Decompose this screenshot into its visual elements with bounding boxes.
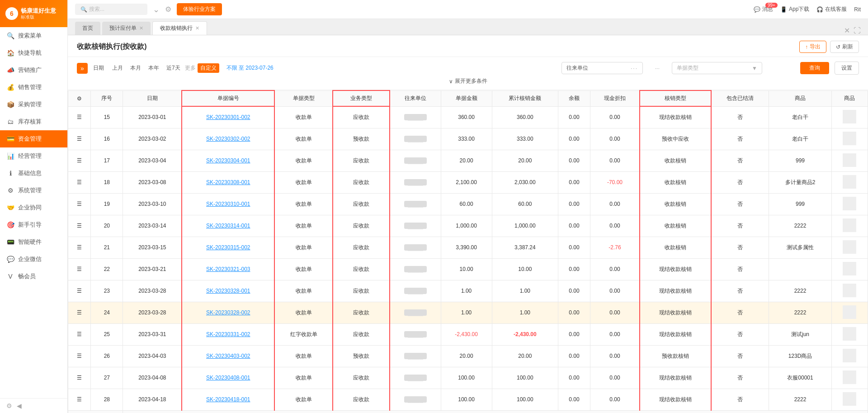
- row-settings[interactable]: ☰: [68, 389, 91, 410]
- col-include-settled-header[interactable]: 包含已结清: [711, 90, 769, 106]
- sidebar-item-business[interactable]: 📊经营管理: [0, 147, 67, 165]
- col-balance-header[interactable]: 余额: [558, 90, 590, 106]
- row-settings[interactable]: ☰: [68, 171, 91, 193]
- close-receipt-icon[interactable]: ✕: [195, 25, 199, 31]
- row-voucher-no[interactable]: SK-20230408-001: [182, 367, 274, 389]
- row-settings[interactable]: ☰: [68, 345, 91, 367]
- col-verify-type-header[interactable]: 核销类型: [640, 90, 711, 106]
- close-window-icon[interactable]: ✕: [844, 26, 850, 35]
- row-voucher-no[interactable]: SK-20230301-002: [182, 106, 274, 128]
- col-cash-discount-header[interactable]: 现金折扣: [590, 90, 639, 106]
- sidebar-item-basic[interactable]: ℹ基础信息: [0, 165, 67, 182]
- sidebar-item-marketing[interactable]: 📣营销推广: [0, 62, 67, 79]
- sidebar-item-guide[interactable]: 🎯新手引导: [0, 216, 67, 233]
- voucher-link[interactable]: SK-20230315-002: [206, 244, 250, 251]
- row-voucher-no[interactable]: SK-20230403-002: [182, 345, 274, 367]
- last-7days-btn[interactable]: 近7天: [164, 63, 183, 73]
- row-settings[interactable]: ☰: [68, 280, 91, 302]
- row-settings[interactable]: ☰: [68, 128, 91, 150]
- row-settings[interactable]: ☰: [68, 302, 91, 323]
- sidebar-item-purchase[interactable]: 📦采购管理: [0, 96, 67, 113]
- online-service-item[interactable]: 🎧 在线客服: [816, 5, 847, 13]
- topbar-search[interactable]: 🔍 搜索...: [75, 4, 147, 15]
- row-voucher-no[interactable]: SK-20230321-003: [182, 258, 274, 280]
- row-settings[interactable]: ☰: [68, 106, 91, 128]
- col-partner-header[interactable]: 往来单位: [390, 90, 441, 106]
- voucher-link[interactable]: SK-20230418-001: [206, 396, 250, 403]
- row-voucher-no[interactable]: SK-20230304-001: [182, 150, 274, 171]
- row-settings[interactable]: ☰: [68, 367, 91, 389]
- row-settings[interactable]: ☰: [68, 258, 91, 280]
- row-voucher-no[interactable]: SK-20230315-002: [182, 237, 274, 258]
- row-settings[interactable]: ☰: [68, 150, 91, 171]
- expand-filter[interactable]: ∨ 展开更多条件: [77, 77, 859, 85]
- sidebar-item-hardware[interactable]: 📟智能硬件: [0, 233, 67, 251]
- row-settings[interactable]: ☰: [68, 193, 91, 215]
- voucher-link[interactable]: SK-20230302-002: [206, 136, 250, 142]
- sidebar-item-corp[interactable]: 🤝企业协同: [0, 199, 67, 216]
- row-settings[interactable]: ☰: [68, 215, 91, 237]
- voucher-link[interactable]: SK-20230331-002: [206, 331, 250, 337]
- row-voucher-no[interactable]: SK-20230328-002: [182, 302, 274, 323]
- tab-home[interactable]: 首页: [75, 22, 100, 35]
- collapse-icon[interactable]: ◀: [17, 402, 22, 409]
- tab-receipt-verify[interactable]: 收款核销执行 ✕: [152, 21, 207, 35]
- app-download-item[interactable]: 📱 App下载: [780, 5, 809, 13]
- col-amount-header[interactable]: 单据金额: [441, 90, 492, 106]
- partner-dots[interactable]: ···: [631, 65, 638, 71]
- voucher-link[interactable]: SK-20230408-001: [206, 375, 250, 381]
- row-voucher-no[interactable]: SK-20230302-002: [182, 128, 274, 150]
- gear-icon[interactable]: ⚙: [165, 5, 171, 14]
- col-voucher-type-header[interactable]: 单据类型: [274, 90, 333, 106]
- last-month-btn[interactable]: 上月: [109, 63, 126, 73]
- col-cumulative-header[interactable]: 累计核销金额: [492, 90, 558, 106]
- voucher-link[interactable]: SK-20230308-001: [206, 179, 250, 185]
- notification-item[interactable]: 💬 消息 99+: [754, 5, 773, 13]
- voucher-link[interactable]: SK-20230314-001: [206, 223, 250, 229]
- sidebar-item-sales[interactable]: 💰销售管理: [0, 79, 67, 96]
- export-button[interactable]: ↑ 导出: [799, 41, 826, 53]
- sidebar-item-wechat[interactable]: 💬企业微信: [0, 251, 67, 268]
- row-voucher-no[interactable]: SK-20230314-001: [182, 215, 274, 237]
- row-voucher-no[interactable]: SK-20230308-001: [182, 171, 274, 193]
- close-payable-icon[interactable]: ✕: [139, 25, 143, 31]
- sidebar-item-system[interactable]: ⚙系统管理: [0, 182, 67, 199]
- row-settings[interactable]: ☰: [68, 237, 91, 258]
- solution-button[interactable]: 体验行业方案: [177, 3, 222, 15]
- more-date-btn[interactable]: 更多: [185, 64, 196, 72]
- row-voucher-no[interactable]: SK-20230331-002: [182, 323, 274, 345]
- this-month-btn[interactable]: 本月: [127, 63, 144, 73]
- col-goods-header[interactable]: 商品: [769, 90, 831, 106]
- sidebar-item-search[interactable]: 🔍搜索菜单: [0, 27, 67, 44]
- col-biz-type-header[interactable]: 业务类型: [333, 90, 390, 106]
- maximize-icon[interactable]: ⛶: [854, 27, 861, 35]
- tab-payable[interactable]: 预计应付单 ✕: [102, 22, 151, 35]
- user-profile[interactable]: Rit: [854, 6, 861, 13]
- col-voucher-no-header[interactable]: 单据编号: [182, 90, 274, 106]
- voucher-link[interactable]: SK-20230328-002: [206, 309, 250, 316]
- partner-input[interactable]: 往来单位 ···: [561, 62, 643, 74]
- query-button[interactable]: 查询: [800, 62, 829, 74]
- voucher-link[interactable]: SK-20230321-003: [206, 266, 250, 272]
- voucher-link[interactable]: SK-20230304-001: [206, 157, 250, 164]
- col-date-header[interactable]: 日期: [123, 90, 182, 106]
- sidebar-item-inventory[interactable]: 🗂库存核算: [0, 113, 67, 130]
- filter-toggle[interactable]: »: [77, 63, 88, 74]
- settings-bottom-icon[interactable]: ⚙: [6, 402, 12, 409]
- voucher-type-select[interactable]: 单据类型 ▼: [672, 62, 762, 74]
- voucher-link[interactable]: SK-20230328-001: [206, 288, 250, 294]
- refresh-button[interactable]: ↺ 刷新: [830, 41, 859, 53]
- row-settings[interactable]: ☰: [68, 323, 91, 345]
- chevron-down-icon[interactable]: ⌄: [153, 5, 160, 14]
- col-goods2-header[interactable]: 商品: [831, 90, 868, 106]
- row-voucher-no[interactable]: SK-20230328-001: [182, 280, 274, 302]
- sidebar-item-finance[interactable]: 💳资金管理: [0, 130, 67, 147]
- custom-date-btn[interactable]: 自定义: [198, 63, 219, 73]
- voucher-link[interactable]: SK-20230310-001: [206, 201, 250, 207]
- this-year-btn[interactable]: 本年: [146, 63, 162, 73]
- voucher-link[interactable]: SK-20230301-002: [206, 114, 250, 120]
- col-settings-header[interactable]: ⚙: [68, 90, 91, 106]
- setting-button[interactable]: 设置: [835, 62, 859, 75]
- row-voucher-no[interactable]: SK-20230418-001: [182, 389, 274, 410]
- row-voucher-no[interactable]: SK-20230310-001: [182, 193, 274, 215]
